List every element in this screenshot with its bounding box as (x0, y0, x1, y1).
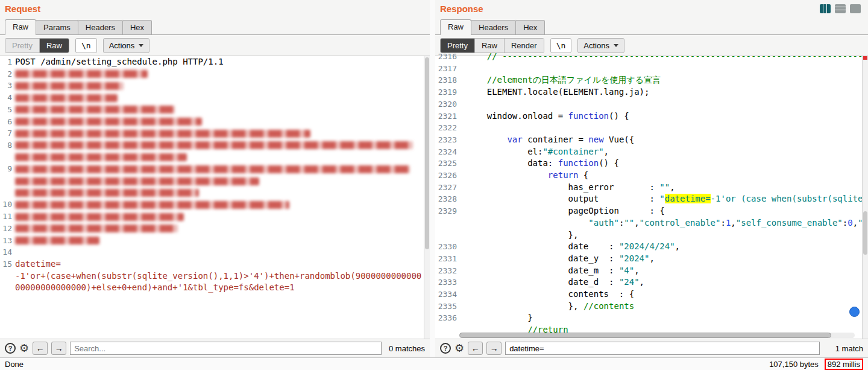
code-line: 2335 }, //contents (435, 301, 862, 313)
code-line: 1POST /admin/setting_schedule.php HTTP/1… (0, 56, 424, 68)
redacted-text (15, 237, 99, 244)
code-line-text: //elementの日本語ファイルを使用する宣言 (457, 74, 661, 86)
line-number: 12 (0, 223, 12, 235)
code-line-text (12, 246, 15, 258)
request-previous-match-button[interactable]: ← (33, 342, 48, 355)
request-view-toggle: Pretty Raw (5, 38, 69, 53)
request-panel: Request Raw Params Headers Hex Pretty Ra… (0, 0, 430, 357)
code-line-text: data: function() { (457, 158, 619, 170)
request-newline-toggle-button[interactable]: \n (75, 38, 97, 53)
code-token: contents : { (467, 289, 634, 299)
code-token: pageOption : { (467, 206, 665, 215)
code-token: , (649, 254, 654, 263)
code-token: window.onload = (467, 111, 568, 121)
scroll-indicator-bubble[interactable] (849, 307, 860, 317)
layout-columns-icon[interactable] (820, 4, 831, 13)
code-token: "4" (619, 266, 634, 275)
layout-rows-icon[interactable] (835, 4, 846, 13)
line-number: 2323 (435, 134, 457, 146)
request-tab-headers[interactable]: Headers (78, 20, 123, 34)
chevron-down-icon (139, 44, 143, 47)
search-settings-gear-icon[interactable]: ⚙ (454, 343, 464, 354)
response-tab-headers[interactable]: Headers (471, 20, 516, 34)
code-token: , (634, 266, 639, 275)
response-search-input[interactable] (505, 342, 820, 355)
line-number: 5 (0, 104, 12, 116)
line-number: 3 (0, 80, 12, 92)
code-token: Vue({ (604, 135, 635, 144)
code-line: 2321 window.onload = function() { (435, 110, 862, 123)
request-raw-button[interactable]: Raw (39, 39, 69, 53)
response-vertical-scrollbar[interactable] (862, 56, 868, 339)
line-number (0, 282, 12, 294)
code-line-text: }, (457, 229, 578, 241)
redacted-text (15, 213, 184, 221)
request-actions-button[interactable]: Actions (103, 38, 150, 53)
response-tab-hex[interactable]: Hex (515, 20, 545, 34)
code-line-text (12, 127, 310, 139)
request-pretty-button[interactable]: Pretty (5, 39, 39, 53)
code-line: 7 (0, 127, 424, 139)
response-previous-match-button[interactable]: ← (468, 342, 483, 355)
code-line-text: el:"#container", (457, 146, 609, 158)
request-next-match-button[interactable]: → (51, 342, 66, 355)
help-icon[interactable]: ? (5, 343, 16, 354)
help-icon[interactable]: ? (440, 343, 451, 354)
code-line: 13 (0, 235, 424, 247)
line-number: 2317 (435, 63, 457, 75)
code-token: , (634, 218, 639, 228)
request-tab-raw[interactable]: Raw (5, 19, 36, 35)
line-number: 2319 (435, 86, 457, 98)
code-line: }, (435, 229, 862, 241)
code-line-text (12, 80, 124, 92)
line-number: 14 (0, 246, 12, 258)
response-tab-raw[interactable]: Raw (440, 19, 471, 35)
response-code-area[interactable]: 2316 // --------------------------------… (435, 51, 862, 339)
response-scrollbar-thumb[interactable] (863, 211, 867, 255)
code-line-text (12, 223, 178, 235)
request-code-area[interactable]: 1POST /admin/setting_schedule.php HTTP/1… (0, 56, 424, 339)
search-highlighted-text: datetime= (665, 194, 711, 203)
layout-single-icon[interactable] (850, 4, 861, 13)
redacted-text (15, 70, 148, 78)
code-token: has_error : (467, 182, 659, 192)
request-tab-params[interactable]: Params (36, 20, 78, 34)
search-settings-gear-icon[interactable]: ⚙ (19, 343, 29, 354)
code-token: "" (624, 218, 634, 228)
line-number: 2335 (435, 301, 457, 313)
code-line: 5 (0, 104, 424, 116)
code-line: 2317 (435, 63, 862, 75)
line-number: 2328 (435, 193, 457, 205)
request-search-input[interactable] (70, 342, 382, 355)
request-scrollbar-thumb[interactable] (425, 57, 429, 249)
status-bar: Done 107,150 bytes 892 millis (0, 357, 868, 370)
response-horizontal-scrollbar[interactable] (459, 333, 855, 338)
code-line: 2336 } (435, 312, 862, 324)
line-number: 13 (0, 235, 12, 247)
code-line-text: POST /admin/setting_schedule.php HTTP/1.… (12, 56, 224, 68)
line-number: 2330 (435, 241, 457, 253)
code-line-text (12, 235, 99, 247)
code-token: " (659, 194, 664, 203)
response-hscrollbar-thumb[interactable] (459, 333, 831, 338)
request-tab-hex[interactable]: Hex (122, 20, 152, 34)
code-token: "" (659, 182, 670, 192)
line-number: 8 (0, 139, 12, 152)
line-number: 2324 (435, 146, 457, 158)
panel-splitter[interactable] (430, 0, 435, 357)
code-token: date_y : (467, 254, 619, 263)
line-number: 10 (0, 199, 12, 211)
code-line-text (12, 104, 175, 116)
code-line-text: 00000000000000)+else+0+end)+and+'1&tbl_t… (12, 282, 295, 294)
code-line: 15datetime= (0, 258, 424, 270)
code-token: date_m : (467, 266, 619, 275)
code-line (0, 175, 424, 187)
code-token: } (467, 313, 533, 322)
line-number: 2327 (435, 182, 457, 194)
request-editor: 1POST /admin/setting_schedule.php HTTP/1… (0, 56, 430, 339)
redacted-text (15, 118, 202, 126)
code-token (467, 170, 548, 180)
response-next-match-button[interactable]: → (486, 342, 502, 355)
request-vertical-scrollbar[interactable] (424, 56, 430, 339)
response-panel: Response Raw Headers Hex Pretty Raw Rend… (435, 0, 868, 357)
